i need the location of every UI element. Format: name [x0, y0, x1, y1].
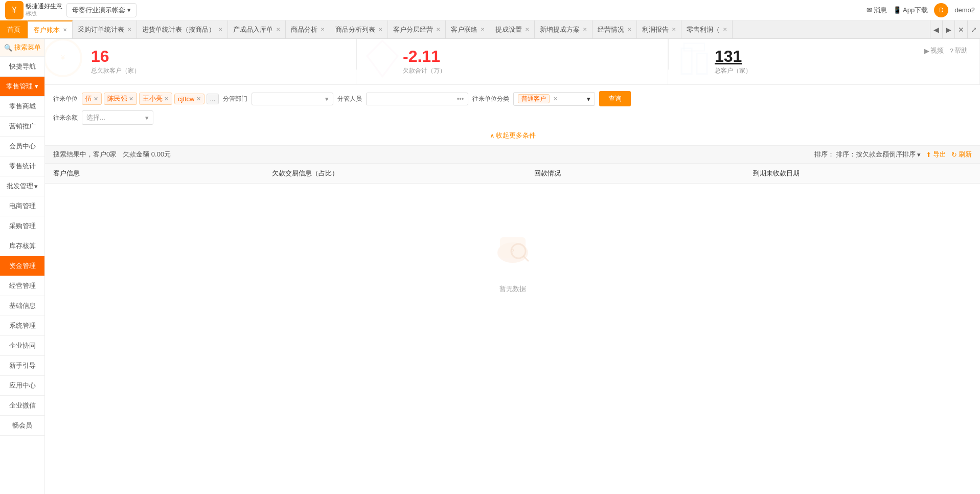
close-icon[interactable]: ✕ [321, 27, 325, 32]
filter-category-select[interactable]: 普通客户 ✕ ▾ [513, 92, 595, 106]
tab-home[interactable]: 首页 [0, 20, 28, 38]
close-icon[interactable]: ✕ [672, 27, 676, 32]
close-icon[interactable]: ✕ [276, 27, 280, 32]
top-bar-left: ¥ 畅捷通好生意 标版 母婴行业演示帐套 ▾ [5, 1, 136, 19]
filter-label-person: 分管人员 [337, 95, 362, 103]
sidebar-item-retail-mgmt[interactable]: 零售管理 ▾ [0, 77, 44, 97]
tab-product-analysis-list[interactable]: 商品分析列表 ✕ [330, 20, 388, 38]
sidebar-item-retail-stats[interactable]: 零售统计 [0, 156, 44, 176]
table-header: 客户信息 欠款交易信息（占比） 回款情况 到期未收款日期 [45, 164, 980, 184]
sidebar-item-enterprise-wechat[interactable]: 企业微信 [0, 396, 44, 416]
filter-tag-cjttcw[interactable]: cjttcw ✕ [174, 94, 204, 104]
chevron-down-icon: ▾ [145, 114, 149, 122]
col-overdue-date: 到期未收款日期 [753, 169, 972, 178]
sidebar-item-finance-mgmt[interactable]: 资金管理 [0, 256, 44, 276]
close-icon[interactable]: ✕ [436, 27, 440, 32]
tab-new-achievement[interactable]: 新增提成方案 ✕ [535, 20, 592, 38]
demo-selector[interactable]: 母婴行业演示帐套 ▾ [66, 3, 136, 17]
filter-row-2: 往来余额 选择... ▾ [53, 110, 972, 125]
help-link[interactable]: ? 帮助 [950, 46, 968, 55]
filter-tag-wang[interactable]: 王小亮 ✕ [139, 93, 172, 105]
filter-balance-select[interactable]: 选择... ▾ [82, 110, 153, 125]
video-icon: ▶ [924, 47, 929, 55]
remove-tag-wang[interactable]: ✕ [164, 96, 169, 102]
filter-person-select[interactable]: ••• [366, 93, 468, 105]
filter-area: 往来单位 伍 ✕ 陈民强 ✕ 王小亮 ✕ cjttcw [45, 85, 980, 146]
sidebar-item-batch-mgmt[interactable]: 批发管理 ▾ [0, 176, 44, 196]
sidebar-item-marketing[interactable]: 营销推广 [0, 117, 44, 137]
app-download-link[interactable]: 📱 App下载 [893, 6, 928, 15]
empty-state: ? 暂无数据 [45, 184, 980, 334]
filter-dept-select[interactable]: ▾ [252, 93, 333, 105]
tab-scroll-left[interactable]: ◀ [930, 20, 942, 39]
remove-tag-cjttcw[interactable]: ✕ [196, 96, 201, 102]
close-icon[interactable]: ✕ [481, 27, 485, 32]
tab-scroll-right[interactable]: ▶ [942, 20, 954, 39]
remove-category[interactable]: ✕ [553, 96, 558, 102]
tab-profit-report[interactable]: 利润报告 ✕ [637, 20, 681, 38]
remove-tag-wu[interactable]: ✕ [94, 96, 98, 102]
sidebar-item-member-center[interactable]: 会员中心 [0, 137, 44, 156]
sidebar-item-quick-nav[interactable]: 快捷导航 [0, 57, 44, 77]
refresh-button[interactable]: ↻ 刷新 [951, 150, 972, 159]
filter-label-unit: 往来单位 [53, 95, 78, 103]
debt-amount-text: 欠款金额 0.00元 [123, 150, 171, 159]
query-button[interactable]: 查询 [599, 91, 631, 106]
message-icon: ✉ [867, 6, 872, 14]
tab-product-analysis[interactable]: 商品分析 ✕ [286, 20, 330, 38]
col-customer-info: 客户信息 [53, 169, 272, 178]
close-icon[interactable]: ✕ [218, 27, 222, 32]
close-icon[interactable]: ✕ [525, 27, 529, 32]
sort-select[interactable]: 排序： 排序：按欠款金额倒序排序 ▾ [814, 150, 921, 159]
close-icon[interactable]: ✕ [627, 27, 631, 32]
sidebar-item-retail-mall[interactable]: 零售商城 [0, 97, 44, 117]
close-icon[interactable]: ✕ [63, 27, 67, 33]
sidebar-item-enterprise-coop[interactable]: 企业协同 [0, 336, 44, 356]
tab-accounts[interactable]: 客户账本 ✕ [28, 20, 73, 38]
stat-total-debt: -2.11 欠款合计（万） [357, 39, 668, 84]
tab-maximize[interactable]: ⤢ [967, 20, 980, 39]
sidebar-item-ecommerce[interactable]: 电商管理 [0, 196, 44, 216]
tab-customer-stratify[interactable]: 客户分层经营 ✕ [388, 20, 446, 38]
sidebar: 🔍 搜索菜单 快捷导航 零售管理 ▾ 零售商城 营销推广 会员中心 零售统计 批… [0, 39, 45, 494]
close-icon[interactable]: ✕ [583, 27, 587, 32]
close-icon[interactable]: ✕ [127, 27, 131, 32]
sidebar-item-new-guide[interactable]: 新手引导 [0, 356, 44, 376]
filter-label-balance: 往来余额 [53, 114, 78, 122]
sidebar-item-app-center[interactable]: 应用中心 [0, 376, 44, 396]
svg-rect-5 [684, 43, 704, 51]
message-link[interactable]: ✉ 消息 [867, 6, 887, 15]
username[interactable]: demo2 [954, 6, 975, 14]
tab-submit-settings[interactable]: 提成设置 ✕ [490, 20, 535, 38]
close-icon[interactable]: ✕ [723, 27, 727, 32]
chevron-down-icon: ▾ [127, 6, 131, 14]
tab-retail-profit[interactable]: 零售利润（ ✕ [681, 20, 733, 38]
more-icon: ••• [457, 95, 464, 103]
sidebar-search[interactable]: 🔍 搜索菜单 [0, 39, 44, 57]
collapse-button[interactable]: ∧ 收起更多条件 [490, 131, 536, 140]
tab-customer-contact[interactable]: 客户联络 ✕ [446, 20, 490, 38]
remove-tag-chen[interactable]: ✕ [129, 96, 133, 102]
sidebar-item-inventory[interactable]: 库存核算 [0, 236, 44, 256]
sidebar-item-basic-info[interactable]: 基础信息 [0, 296, 44, 316]
refresh-icon: ↻ [951, 151, 957, 159]
filter-tags: 伍 ✕ 陈民强 ✕ 王小亮 ✕ cjttcw ✕ [82, 93, 219, 105]
filter-tag-more[interactable]: ... [207, 94, 219, 104]
sidebar-item-ops-mgmt[interactable]: 经营管理 [0, 276, 44, 296]
tab-stock-stats[interactable]: 进货单统计表（按商品） ✕ [137, 20, 228, 38]
user-avatar[interactable]: D [934, 3, 948, 17]
tab-close-all[interactable]: ✕ [954, 20, 967, 39]
tab-purchase-order[interactable]: 采购订单统计表 ✕ [73, 20, 137, 38]
tab-operation-status[interactable]: 经营情况 ✕ [592, 20, 637, 38]
video-link[interactable]: ▶ 视频 [924, 46, 944, 55]
top-bar-right: ✉ 消息 📱 App下载 D demo2 [867, 3, 975, 17]
empty-text: 暂无数据 [499, 284, 526, 294]
close-icon[interactable]: ✕ [378, 27, 382, 32]
export-button[interactable]: ⬆ 导出 [926, 150, 946, 159]
sidebar-item-sys-mgmt[interactable]: 系统管理 [0, 316, 44, 336]
filter-tag-wu[interactable]: 伍 ✕ [82, 93, 102, 105]
sidebar-item-purchase-mgmt[interactable]: 采购管理 [0, 216, 44, 236]
sidebar-item-member-vip[interactable]: 畅会员 [0, 416, 44, 436]
filter-tag-chen[interactable]: 陈民强 ✕ [104, 93, 137, 105]
tab-product-entry[interactable]: 产成品入库单 ✕ [228, 20, 286, 38]
